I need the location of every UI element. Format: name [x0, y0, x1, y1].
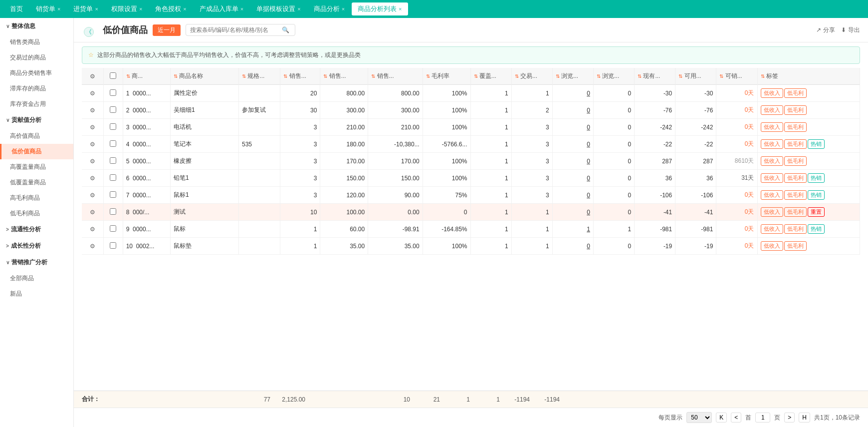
checkbox-cell[interactable]: [104, 102, 123, 119]
nav-product-analysis-list[interactable]: 商品分析列表 ×: [352, 2, 408, 15]
row-checkbox[interactable]: [110, 174, 116, 181]
sort-icon[interactable]: ⇅: [761, 73, 765, 79]
browse1-cell[interactable]: 1: [552, 221, 593, 238]
sidebar-section-marketing[interactable]: ∨ 营销推广分析: [0, 254, 73, 271]
sort-icon[interactable]: ⇅: [174, 73, 178, 79]
sort-icon[interactable]: ⇅: [242, 73, 246, 79]
sort-icon[interactable]: ⇅: [283, 73, 287, 79]
browse1-link[interactable]: 0: [587, 175, 590, 182]
browse1-cell[interactable]: 0: [552, 170, 593, 187]
sidebar-section-overall[interactable]: ∨ 整体信息: [0, 18, 73, 34]
checkbox-cell[interactable]: [104, 119, 123, 136]
sidebar-item-low-margin[interactable]: 低毛利商品: [0, 206, 73, 221]
sort-icon[interactable]: ⇅: [323, 73, 327, 79]
nav-product-storage[interactable]: 产成品入库单 ×: [194, 2, 249, 15]
settings-cell[interactable]: ⚙: [82, 136, 104, 153]
sidebar-item-high-coverage[interactable]: 高覆盖量商品: [0, 159, 73, 175]
nav-home[interactable]: 首页: [4, 2, 29, 15]
browse1-link[interactable]: 0: [587, 243, 590, 250]
nav-template-settings[interactable]: 单据模板设置 ×: [250, 2, 306, 15]
close-icon[interactable]: ×: [139, 6, 142, 12]
checkbox-cell[interactable]: [104, 187, 123, 204]
sort-icon[interactable]: ⇅: [474, 73, 478, 79]
sidebar-collapse-button[interactable]: 《: [84, 27, 94, 37]
row-checkbox[interactable]: [110, 225, 116, 232]
close-icon[interactable]: ×: [342, 6, 345, 12]
settings-cell[interactable]: ⚙: [82, 204, 104, 221]
sidebar-section-growth[interactable]: > 成长性分析: [0, 238, 73, 254]
nav-sales-order[interactable]: 销货单 ×: [30, 2, 66, 15]
browse1-cell[interactable]: 0: [552, 204, 593, 221]
search-icon[interactable]: 🔍: [282, 26, 289, 33]
sidebar-item-slow-inventory[interactable]: 滞库存的商品: [0, 81, 73, 96]
settings-cell[interactable]: ⚙: [82, 119, 104, 136]
nav-product-analysis[interactable]: 商品分析 ×: [308, 2, 351, 15]
browse1-link[interactable]: 0: [587, 158, 590, 165]
page-size-select[interactable]: 50 100 200: [686, 412, 712, 423]
row-checkbox[interactable]: [110, 123, 116, 130]
checkbox-cell[interactable]: [104, 238, 123, 255]
checkbox-cell[interactable]: [104, 204, 123, 221]
filter-recent-month-button[interactable]: 近一月: [153, 24, 181, 36]
checkbox-cell[interactable]: [104, 170, 123, 187]
close-icon[interactable]: ×: [57, 6, 60, 12]
checkbox-cell[interactable]: [104, 136, 123, 153]
checkbox-cell[interactable]: [104, 85, 123, 102]
sidebar-item-high-margin[interactable]: 高毛利商品: [0, 190, 73, 206]
browse1-link[interactable]: 1: [587, 226, 590, 233]
sidebar-section-circulation[interactable]: > 流通性分析: [0, 221, 73, 238]
next-page-button[interactable]: >: [784, 413, 795, 423]
close-icon[interactable]: ×: [240, 6, 243, 12]
browse1-link[interactable]: 0: [587, 141, 590, 148]
sidebar-item-traded-products[interactable]: 交易过的商品: [0, 50, 73, 65]
settings-column-header[interactable]: ⚙: [82, 68, 104, 85]
sort-icon[interactable]: ⇅: [638, 73, 642, 79]
sidebar-item-all-products[interactable]: 全部商品: [0, 271, 73, 286]
sidebar-item-low-value[interactable]: 低价值商品: [0, 144, 73, 159]
browse1-link[interactable]: 0: [587, 124, 590, 131]
sidebar-section-contribution[interactable]: ∨ 贡献值分析: [0, 112, 73, 128]
browse1-link[interactable]: 0: [587, 209, 590, 216]
browse1-cell[interactable]: 0: [552, 136, 593, 153]
browse1-cell[interactable]: 0: [552, 102, 593, 119]
first-page-button[interactable]: K: [716, 413, 727, 423]
close-icon[interactable]: ×: [399, 6, 402, 12]
sort-icon[interactable]: ⇅: [719, 73, 723, 79]
row-checkbox[interactable]: [110, 208, 116, 215]
checkbox-cell[interactable]: [104, 221, 123, 238]
sort-icon[interactable]: ⇅: [371, 73, 375, 79]
sidebar-item-high-value[interactable]: 高价值商品: [0, 128, 73, 144]
browse1-cell[interactable]: 0: [552, 153, 593, 170]
close-icon[interactable]: ×: [95, 6, 98, 12]
sidebar-item-sales-products[interactable]: 销售类商品: [0, 34, 73, 50]
nav-roles[interactable]: 角色授权 ×: [149, 2, 192, 15]
sidebar-item-new-products[interactable]: 新品: [0, 286, 73, 302]
share-button[interactable]: ↗ 分享: [816, 26, 835, 34]
page-number-input[interactable]: [755, 413, 770, 423]
sidebar-item-low-coverage[interactable]: 低覆盖量商品: [0, 175, 73, 190]
browse1-link[interactable]: 0: [587, 107, 590, 114]
sidebar-item-category-sales-rate[interactable]: 商品分类销售率: [0, 65, 73, 81]
row-checkbox[interactable]: [110, 157, 116, 164]
browse1-link[interactable]: 0: [587, 192, 590, 199]
browse1-cell[interactable]: 0: [552, 238, 593, 255]
close-icon[interactable]: ×: [297, 6, 300, 12]
sidebar-item-inventory-capital[interactable]: 库存资金占用: [0, 96, 73, 112]
nav-purchase-order[interactable]: 进货单 ×: [67, 2, 104, 15]
close-icon[interactable]: ×: [183, 6, 186, 12]
checkbox-cell[interactable]: [104, 153, 123, 170]
row-checkbox[interactable]: [110, 89, 116, 96]
prev-page-button[interactable]: <: [731, 413, 741, 423]
browse1-cell[interactable]: 0: [552, 119, 593, 136]
last-page-button[interactable]: H: [799, 413, 810, 423]
settings-cell[interactable]: ⚙: [82, 238, 104, 255]
export-button[interactable]: ⬇ 导出: [841, 26, 860, 34]
settings-cell[interactable]: ⚙: [82, 170, 104, 187]
sort-icon[interactable]: ⇅: [126, 73, 130, 79]
settings-cell[interactable]: ⚙: [82, 153, 104, 170]
settings-cell[interactable]: ⚙: [82, 102, 104, 119]
sort-icon[interactable]: ⇅: [556, 73, 560, 79]
sort-icon[interactable]: ⇅: [597, 73, 601, 79]
browse1-link[interactable]: 0: [587, 90, 590, 97]
search-input[interactable]: [190, 26, 280, 33]
